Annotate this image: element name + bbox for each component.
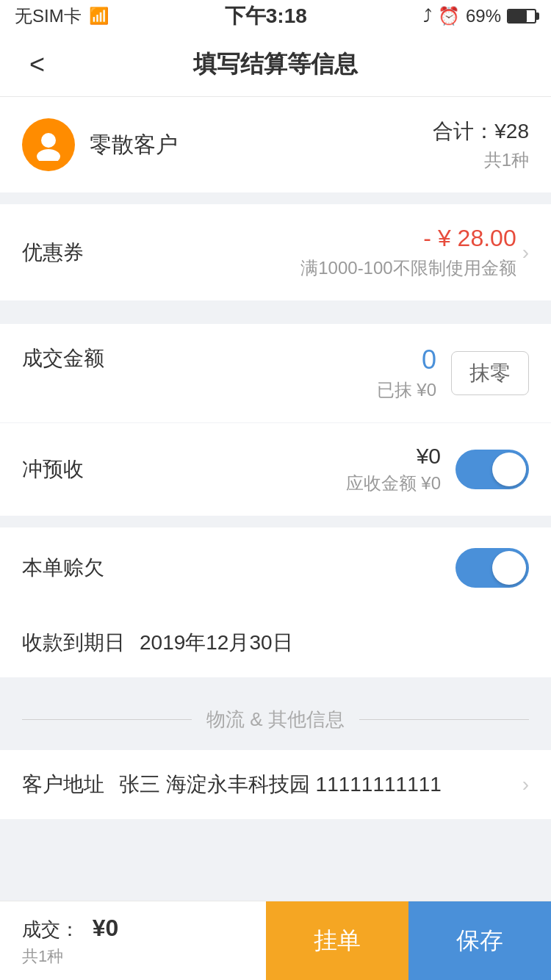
nav-bar: < 填写结算等信息 [0, 32, 551, 97]
debt-label: 本单赊欠 [22, 554, 104, 582]
alarm-icon: ⏰ [438, 6, 460, 26]
section-divider-2 [0, 516, 551, 527]
main-content: 零散客户 合计：¥28 共1种 优惠券 - ¥ 28.00 满1000-100不… [0, 97, 551, 907]
due-date-label: 收款到期日 [22, 629, 125, 657]
total-count: 共1种 [433, 148, 529, 172]
back-button[interactable]: < [22, 42, 52, 87]
customer-card: 零散客户 合计：¥28 共1种 [0, 97, 551, 192]
prepay-label: 冲预收 [22, 455, 84, 483]
prepay-right: ¥0 应收金额 ¥0 [346, 444, 529, 495]
status-time: 下午3:18 [225, 2, 307, 30]
svg-point-1 [37, 149, 60, 161]
prepay-row: 冲预收 ¥0 应收金额 ¥0 [0, 423, 551, 516]
transaction-row: 成交金额 0 已抹 ¥0 抹零 [0, 324, 551, 423]
status-left: 无SIM卡 📶 [15, 4, 109, 28]
transaction-value: 0 [377, 345, 436, 375]
customer-row: 零散客户 合计：¥28 共1种 [0, 97, 551, 192]
transaction-right: 0 已抹 ¥0 抹零 [377, 345, 529, 402]
transaction-label: 成交金额 [22, 345, 104, 372]
bottom-count: 共1种 [22, 945, 244, 968]
coupon-label: 优惠券 [22, 239, 84, 267]
bottom-bar: 成交： ¥0 共1种 挂单 保存 [0, 901, 551, 980]
logistics-label: 物流 & 其他信息 [206, 707, 345, 732]
customer-name: 零散客户 [90, 130, 178, 160]
address-label: 客户地址 [22, 771, 104, 799]
customer-right: 合计：¥28 共1种 [433, 118, 529, 172]
divider-line-right [359, 719, 529, 720]
location-icon: ⤴ [423, 6, 432, 26]
toggle-knob [492, 453, 526, 486]
customer-left: 零散客户 [22, 118, 178, 171]
total-amount: 合计：¥28 [433, 118, 529, 145]
due-date-value: 2019年12月30日 [140, 629, 293, 657]
transaction-values: 0 已抹 ¥0 [377, 345, 436, 402]
bottom-deal-row: 成交： ¥0 [22, 915, 244, 943]
address-row[interactable]: 客户地址 张三 海淀永丰科技园 11111111111 › [0, 750, 551, 819]
address-value: 张三 海淀永丰科技园 11111111111 [104, 771, 516, 799]
save-button[interactable]: 保存 [408, 901, 551, 981]
battery-icon [507, 9, 536, 24]
page-title: 填写结算等信息 [193, 48, 358, 81]
prepay-amount: ¥0 [346, 444, 441, 469]
logistics-header: 物流 & 其他信息 [0, 689, 551, 750]
bottom-deal-label: 成交： [22, 918, 79, 940]
prepay-subtext: 应收金额 ¥0 [346, 472, 441, 495]
avatar [22, 118, 75, 171]
status-right: ⤴ ⏰ 69% [423, 6, 536, 26]
coupon-subtext: 满1000-100不限制使用金额 [300, 256, 516, 280]
transaction-subtext: 已抹 ¥0 [377, 378, 436, 402]
divider-line-left [22, 719, 192, 720]
debt-row: 本单赊欠 [0, 527, 551, 608]
section-divider-1 [0, 312, 551, 324]
round-button[interactable]: 抹零 [451, 351, 529, 395]
hold-button[interactable]: 挂单 [266, 901, 408, 981]
coupon-value: - ¥ 28.00 [423, 225, 516, 252]
coupon-right: - ¥ 28.00 满1000-100不限制使用金额 › [300, 225, 529, 280]
address-chevron: › [522, 773, 529, 796]
coupon-chevron: › [522, 241, 529, 264]
carrier-text: 无SIM卡 [15, 4, 82, 28]
debt-toggle-knob [492, 551, 526, 585]
prepay-toggle[interactable] [455, 450, 529, 489]
svg-point-0 [41, 133, 56, 148]
coupon-values: - ¥ 28.00 满1000-100不限制使用金额 [300, 225, 516, 280]
due-date-row: 收款到期日 2019年12月30日 [0, 608, 551, 677]
bottom-summary: 成交： ¥0 共1种 [0, 915, 266, 968]
status-bar: 无SIM卡 📶 下午3:18 ⤴ ⏰ 69% [0, 0, 551, 32]
prepay-values: ¥0 应收金额 ¥0 [346, 444, 441, 495]
wifi-icon: 📶 [89, 7, 109, 26]
debt-toggle[interactable] [455, 548, 529, 588]
battery-percent: 69% [466, 6, 501, 26]
bottom-deal-amount: ¥0 [93, 915, 119, 941]
coupon-row[interactable]: 优惠券 - ¥ 28.00 满1000-100不限制使用金额 › [0, 204, 551, 300]
coupon-section: 优惠券 - ¥ 28.00 满1000-100不限制使用金额 › [0, 204, 551, 300]
section-divider-3 [0, 677, 551, 689]
